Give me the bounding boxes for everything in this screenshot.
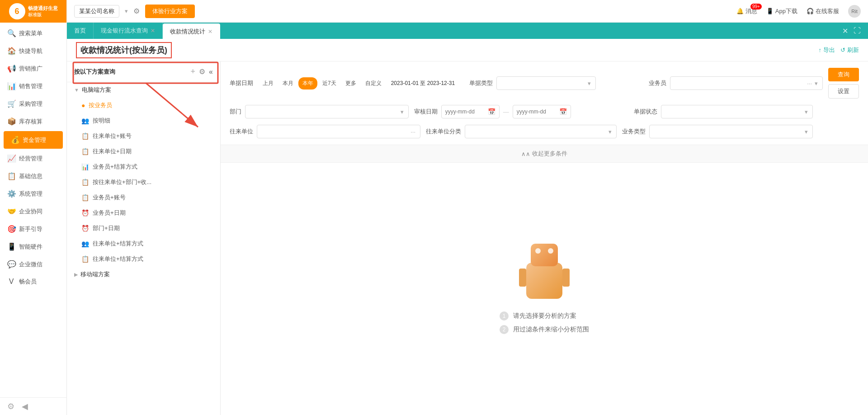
dept-dropdown[interactable]: ▾ xyxy=(245,105,409,118)
settings-button[interactable]: 设置 xyxy=(828,84,859,99)
settings-bottom-icon[interactable]: ⚙ xyxy=(7,401,14,411)
sidebar-item-inventory[interactable]: 📦 库存核算 xyxy=(0,113,66,130)
audit-date-end[interactable]: 📅 xyxy=(513,105,571,118)
salesperson-group: 业务员 ··· ▾ xyxy=(649,76,823,90)
scheme-group-desktop[interactable]: ▼ 电脑端方案 xyxy=(67,82,220,98)
collapse-label: 收起更多条件 xyxy=(532,150,567,158)
online-service-button[interactable]: 🎧 在线客服 xyxy=(807,7,839,15)
empty-state: 1 请先选择要分析的方案 2 用过滤条件来缩小分析范围 xyxy=(221,163,868,415)
group-expand-icon: ▶ xyxy=(74,272,78,278)
company-name[interactable]: 某某公司名称 xyxy=(74,5,119,18)
scheme-item-label: 业务员+结算方式 xyxy=(93,163,137,171)
sidebar-item-purchase[interactable]: 🛒 采购管理 xyxy=(0,95,66,113)
right-area: 单据日期 上月 本月 本年 近7天 更多 自定义 2023-01-01 至 20… xyxy=(221,61,868,415)
sidebar-item-vip[interactable]: V 畅会员 xyxy=(0,273,66,290)
scheme-settings-button[interactable]: ⚙ xyxy=(199,67,205,76)
calendar-icon[interactable]: 📅 xyxy=(488,108,495,115)
scheme-item-icon: 📋 xyxy=(81,132,89,140)
bill-type-dropdown[interactable]: ▾ xyxy=(496,76,596,90)
scheme-item-icon: 📋 xyxy=(81,255,89,263)
partner-category-label: 往来单位分类 xyxy=(426,127,461,136)
export-button[interactable]: ↑ 导出 xyxy=(819,46,835,54)
audit-date-end-input[interactable] xyxy=(517,108,557,115)
settings-gear-icon[interactable]: ⚙ xyxy=(133,7,140,15)
robot-head xyxy=(531,244,558,266)
tab-bank-flow-close[interactable]: ✕ xyxy=(151,28,155,34)
scheme-item-icon: 👥 xyxy=(81,240,89,247)
date-buttons: 上月 本月 本年 近7天 更多 自定义 xyxy=(259,77,386,90)
sidebar-item-business[interactable]: 📈 经营管理 xyxy=(0,150,66,167)
purchase-icon: 🛒 xyxy=(7,99,15,108)
scheme-item-partner-settle1[interactable]: 👥 往来单位+结算方式 xyxy=(67,236,220,251)
date-7days-btn[interactable]: 近7天 xyxy=(318,77,340,90)
scheme-add-button[interactable]: + xyxy=(191,67,196,76)
sidebar-item-finance[interactable]: 💰 资金管理 xyxy=(4,131,63,149)
sidebar-item-system[interactable]: ⚙️ 系统管理 xyxy=(0,185,66,203)
calendar-end-icon[interactable]: 📅 xyxy=(559,108,567,115)
sidebar-item-search-menu[interactable]: 🔍 搜索菜单 xyxy=(0,24,66,42)
sidebar-item-quick-nav[interactable]: 🏠 快捷导航 xyxy=(0,42,66,60)
top-header: 某某公司名称 ▾ ⚙ 体验行业方案 🔔 消息 99+ 📱 App下载 🎧 在线客… xyxy=(67,0,868,23)
sidebar-item-enterprise[interactable]: 🤝 企业协同 xyxy=(0,203,66,220)
query-button[interactable]: 查询 xyxy=(828,68,859,81)
notice-button[interactable]: 🔔 消息 99+ xyxy=(736,7,757,15)
scheme-item-salesperson-settle[interactable]: 📊 业务员+结算方式 xyxy=(67,159,220,174)
content-area: 按以下方案查询 + ⚙ « ▼ 电脑端方案 ● 按业务员 xyxy=(67,61,868,415)
date-this-month-btn[interactable]: 本月 xyxy=(278,77,297,90)
date-this-year-btn[interactable]: 本年 xyxy=(298,77,317,90)
scheme-item-icon: ⏰ xyxy=(81,225,89,232)
page-title: 收款情况统计(按业务员) xyxy=(76,42,172,58)
date-last-month-btn[interactable]: 上月 xyxy=(259,77,278,90)
scheme-item-label: 往来单位+结算方式 xyxy=(93,240,143,248)
scheme-header-actions: + ⚙ « xyxy=(191,67,213,76)
sidebar-item-wechat[interactable]: 💬 企业微信 xyxy=(0,255,66,273)
empty-robot-illustration xyxy=(513,244,576,302)
collapse-sidebar-icon[interactable]: ◀ xyxy=(22,401,28,411)
partner-dropdown[interactable]: ··· xyxy=(257,125,420,138)
tab-collection-stat[interactable]: 收款情况统计 ✕ xyxy=(163,24,220,40)
scheme-item-partner-date[interactable]: 📋 往来单位+日期 xyxy=(67,144,220,159)
business-type-dropdown[interactable]: ▾ xyxy=(649,125,813,138)
sidebar-item-sales[interactable]: 📊 销售管理 xyxy=(0,77,66,95)
audit-date-start-input[interactable] xyxy=(445,108,486,115)
salesperson-more-icon[interactable]: ··· xyxy=(807,80,812,87)
scheme-item-partner-account[interactable]: 📋 往来单位+账号 xyxy=(67,128,220,144)
sidebar-item-marketing[interactable]: 📢 营销推广 xyxy=(0,60,66,77)
window-close-btn[interactable]: ✕ xyxy=(842,27,848,35)
company-dropdown-icon[interactable]: ▾ xyxy=(125,8,128,14)
date-more-btn[interactable]: 更多 xyxy=(341,77,360,90)
bill-status-group: 单据状态 ▾ xyxy=(634,105,813,118)
hardware-icon: 📱 xyxy=(7,242,15,251)
group-label: 移动端方案 xyxy=(80,270,110,278)
partner-category-dropdown[interactable]: ▾ xyxy=(465,125,617,138)
sales-icon: 📊 xyxy=(7,82,15,90)
scheme-item-by-detail[interactable]: 👥 按明细 xyxy=(67,113,220,128)
scheme-item-salesperson-account[interactable]: 📋 业务员+账号 xyxy=(67,190,220,205)
date-custom-btn[interactable]: 自定义 xyxy=(361,77,386,90)
salesperson-dropdown[interactable]: ··· ▾ xyxy=(670,76,823,90)
trial-industry-button[interactable]: 体验行业方案 xyxy=(145,5,195,18)
scheme-group-mobile[interactable]: ▶ 移动端方案 xyxy=(67,267,220,282)
collapse-bar[interactable]: ∧∧ 收起更多条件 xyxy=(221,145,868,163)
window-maximize-btn[interactable]: ⛶ xyxy=(854,27,861,35)
tab-collection-stat-close[interactable]: ✕ xyxy=(208,28,212,35)
scheme-item-by-salesperson[interactable]: ● 按业务员 xyxy=(67,98,220,113)
tab-home[interactable]: 首页 xyxy=(67,23,94,39)
sidebar-item-guide[interactable]: 🎯 新手引导 xyxy=(0,220,66,238)
tab-bank-flow[interactable]: 现金银行流水查询 ✕ xyxy=(94,23,163,39)
scheme-item-icon: 📋 xyxy=(81,179,89,186)
app-download-button[interactable]: 📱 App下载 xyxy=(766,7,797,15)
partner-more-icon[interactable]: ··· xyxy=(410,128,415,135)
scheme-item-partner-settle2[interactable]: 📋 往来单位+结算方式 xyxy=(67,251,220,267)
sidebar-item-hardware[interactable]: 📱 智能硬件 xyxy=(0,238,66,255)
scheme-collapse-button[interactable]: « xyxy=(209,68,213,76)
scheme-item-partner-dept-collect[interactable]: 📋 按往来单位+部门+收... xyxy=(67,174,220,190)
sidebar-item-basic[interactable]: 📋 基础信息 xyxy=(0,167,66,185)
user-avatar[interactable]: Rit xyxy=(848,5,861,18)
refresh-button[interactable]: ↺ 刷新 xyxy=(840,46,859,54)
window-controls: ✕ ⛶ xyxy=(842,27,868,35)
scheme-item-dept-date[interactable]: ⏰ 部门+日期 xyxy=(67,221,220,236)
audit-date-start[interactable]: 📅 xyxy=(441,105,500,118)
scheme-item-salesperson-date[interactable]: ⏰ 业务员+日期 xyxy=(67,205,220,221)
bill-status-dropdown[interactable]: ▾ xyxy=(661,105,813,118)
